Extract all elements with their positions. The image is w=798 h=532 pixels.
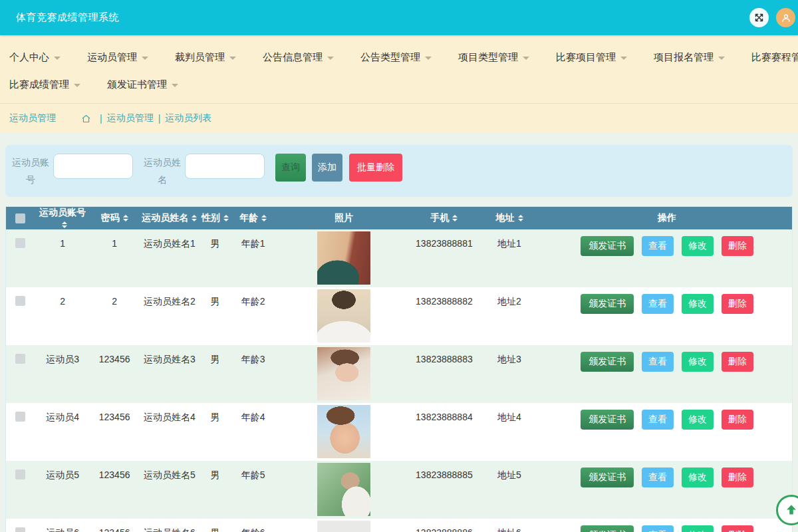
account-input[interactable] xyxy=(53,154,133,179)
nav-item-label: 项目报名管理 xyxy=(654,49,714,65)
column-label: 地址 xyxy=(496,212,515,223)
issue-certificate-button[interactable]: 颁发证书 xyxy=(581,294,634,314)
nav-item-announcement-type[interactable]: 公告类型管理 xyxy=(360,49,432,65)
row-checkbox[interactable] xyxy=(15,412,25,422)
cell-account: 运动员6 xyxy=(35,519,90,532)
select-all-checkbox[interactable] xyxy=(15,213,25,223)
column-header-age[interactable]: 年龄 xyxy=(230,207,277,229)
delete-button[interactable]: 删除 xyxy=(722,236,753,256)
view-button[interactable]: 查看 xyxy=(642,410,674,430)
column-header-phone[interactable]: 手机 xyxy=(412,207,477,229)
column-header-gender[interactable]: 性别 xyxy=(200,207,230,229)
chevron-down-icon xyxy=(172,84,178,87)
user-icon xyxy=(781,13,791,23)
view-button[interactable]: 查看 xyxy=(642,236,674,256)
nav-item-label: 个人中心 xyxy=(9,49,49,65)
chevron-down-icon xyxy=(718,57,725,60)
view-button[interactable]: 查看 xyxy=(642,467,674,487)
delete-button[interactable]: 删除 xyxy=(722,525,753,532)
cell-age: 年龄3 xyxy=(230,345,277,403)
select-all-header xyxy=(6,207,35,229)
cell-phone: 13823888883 xyxy=(412,345,477,403)
issue-certificate-button[interactable]: 颁发证书 xyxy=(581,410,634,430)
column-header-account[interactable]: 运动员账号 xyxy=(35,207,90,229)
add-button[interactable]: 添加 xyxy=(312,154,342,182)
column-header-address[interactable]: 地址 xyxy=(477,207,542,229)
column-label: 手机 xyxy=(430,212,449,223)
nav-item-athlete-management[interactable]: 运动员管理 xyxy=(87,49,148,65)
delete-button[interactable]: 删除 xyxy=(722,467,753,487)
nav-item-competition-project[interactable]: 比赛项目管理 xyxy=(556,49,627,65)
cell-age: 年龄4 xyxy=(230,403,277,461)
name-input[interactable] xyxy=(185,154,265,179)
avatar-button[interactable] xyxy=(776,8,795,27)
delete-button[interactable]: 删除 xyxy=(722,410,753,430)
cell-name: 运动员姓名5 xyxy=(139,461,200,519)
athlete-photo xyxy=(317,347,370,400)
view-button[interactable]: 查看 xyxy=(642,352,674,372)
cell-address: 地址3 xyxy=(477,345,542,403)
chevron-down-icon xyxy=(327,57,334,60)
cell-photo xyxy=(277,461,412,519)
cell-actions: 颁发证书 查看 修改 删除 xyxy=(542,345,792,403)
breadcrumb-home[interactable] xyxy=(81,114,91,124)
cell-gender: 男 xyxy=(200,403,230,461)
chevron-down-icon xyxy=(425,57,432,60)
sort-icon xyxy=(261,215,267,221)
breadcrumb-item-list[interactable]: 运动员列表 xyxy=(165,112,211,124)
issue-certificate-button[interactable]: 颁发证书 xyxy=(581,352,634,372)
table-row: 运动员4 123456 运动员姓名4 男 年龄4 13823888884 地址4… xyxy=(6,403,792,461)
row-checkbox[interactable] xyxy=(15,527,25,532)
row-checkbox[interactable] xyxy=(15,354,25,364)
athlete-photo xyxy=(317,231,370,285)
query-button[interactable]: 查询 xyxy=(275,154,306,182)
cell-password: 123456 xyxy=(90,461,138,519)
issue-certificate-button[interactable]: 颁发证书 xyxy=(581,236,634,256)
edit-button[interactable]: 修改 xyxy=(682,467,714,487)
fullscreen-button[interactable] xyxy=(749,8,769,27)
nav-item-competition-results[interactable]: 比赛成绩管理 xyxy=(9,76,80,92)
edit-button[interactable]: 修改 xyxy=(682,294,714,314)
nav-item-label: 比赛赛程管理 xyxy=(751,49,798,65)
nav-item-project-type[interactable]: 项目类型管理 xyxy=(458,49,529,65)
cell-password: 123456 xyxy=(90,519,138,532)
nav-item-project-registration[interactable]: 项目报名管理 xyxy=(654,49,725,65)
view-button[interactable]: 查看 xyxy=(642,525,674,532)
nav-item-label: 公告类型管理 xyxy=(360,49,420,65)
table-header-row: 运动员账号 密码 运动员姓名 性别 年龄 照片 手机 地址 操作 xyxy=(6,207,792,229)
edit-button[interactable]: 修改 xyxy=(682,410,714,430)
delete-button[interactable]: 删除 xyxy=(722,294,753,314)
row-checkbox[interactable] xyxy=(15,296,25,306)
cell-phone: 13823888884 xyxy=(412,403,477,461)
chevron-down-icon xyxy=(620,57,627,60)
cell-password: 123456 xyxy=(90,403,138,461)
column-header-name[interactable]: 运动员姓名 xyxy=(139,207,200,229)
nav-item-personal-center[interactable]: 个人中心 xyxy=(9,49,61,65)
cell-photo xyxy=(277,345,412,403)
nav-item-referee-management[interactable]: 裁判员管理 xyxy=(175,49,236,65)
edit-button[interactable]: 修改 xyxy=(682,525,714,532)
sort-icon xyxy=(452,215,458,221)
delete-button[interactable]: 删除 xyxy=(722,352,753,372)
issue-certificate-button[interactable]: 颁发证书 xyxy=(581,525,634,532)
nav-item-competition-schedule[interactable]: 比赛赛程管理 xyxy=(751,49,798,65)
cell-password: 1 xyxy=(90,229,138,287)
edit-button[interactable]: 修改 xyxy=(682,236,714,256)
cell-account: 1 xyxy=(35,229,90,287)
cell-select xyxy=(6,461,35,519)
cell-name: 运动员姓名2 xyxy=(139,287,200,345)
nav-item-announcement-info[interactable]: 公告信息管理 xyxy=(263,49,334,65)
edit-button[interactable]: 修改 xyxy=(682,352,714,372)
cell-gender: 男 xyxy=(200,461,230,519)
column-header-password[interactable]: 密码 xyxy=(90,207,138,229)
view-button[interactable]: 查看 xyxy=(642,294,674,314)
issue-certificate-button[interactable]: 颁发证书 xyxy=(581,467,634,487)
nav-item-certificate-management[interactable]: 颁发证书管理 xyxy=(107,76,178,92)
batch-delete-button[interactable]: 批量删除 xyxy=(349,154,402,182)
cell-name: 运动员姓名4 xyxy=(139,403,200,461)
breadcrumb-item-management[interactable]: 运动员管理 xyxy=(107,112,154,124)
row-checkbox[interactable] xyxy=(15,238,25,248)
cell-select xyxy=(6,229,35,287)
row-checkbox[interactable] xyxy=(15,469,25,479)
column-label: 密码 xyxy=(101,212,120,223)
